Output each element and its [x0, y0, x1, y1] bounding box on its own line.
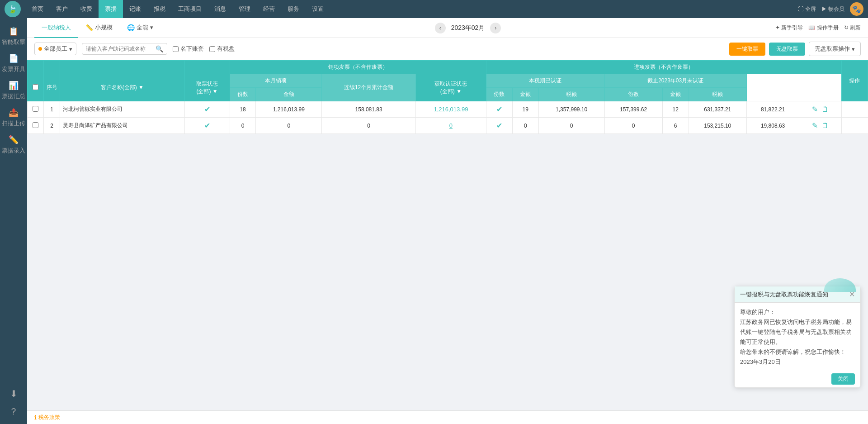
row2-month-amount: 0	[256, 118, 322, 134]
row2-uncert-tax: 19,808.63	[746, 118, 799, 134]
select-all-checkbox[interactable]	[33, 84, 38, 90]
row2-cumulative-link[interactable]: 0	[449, 122, 453, 129]
nav-invoice[interactable]: 票据	[99, 0, 123, 18]
tab-all-dropdown-icon[interactable]: ▾	[150, 24, 153, 31]
row2-cert-check-icon: ✔	[496, 122, 502, 129]
checkbox-accounts-input[interactable]	[173, 46, 179, 52]
th-cert-amount: 金额	[512, 88, 538, 101]
table-row: 1 河北柯普栎实业有限公司 ✔ 18 1,216,013.99 158,081.…	[28, 101, 868, 118]
th-cb	[28, 74, 44, 101]
row1-uncert-qty: 12	[662, 101, 689, 118]
row1-view-icon[interactable]: 🗒	[821, 105, 829, 113]
th-cert-qty: 份数	[486, 88, 512, 101]
table-header-row1: 销项发票（不含作废票） 进项发票（不含作废票） 操作	[28, 61, 868, 74]
row1-cumulative-link[interactable]: 1,216,013.99	[434, 106, 468, 113]
checkbox-taxdisk-input[interactable]	[209, 46, 215, 52]
th-name: 客户名称(全部) ▼	[60, 74, 185, 101]
row1-checkbox[interactable]	[33, 106, 38, 112]
date-prev-btn[interactable]: ‹	[435, 23, 446, 33]
row1-month-tax: 158,081.83	[322, 101, 416, 118]
nav-service[interactable]: 服务	[281, 0, 306, 18]
row2-pick-check-icon: ✔	[204, 122, 210, 129]
nav-fee[interactable]: 收费	[74, 0, 99, 18]
row2-ops: ✎ 🗒	[799, 118, 842, 134]
fullscreen-btn[interactable]: ⛶ 全屏	[798, 5, 816, 13]
invoice-summary-icon: 📊	[9, 81, 19, 91]
tab-small-scale[interactable]: 📏 小规模	[78, 18, 120, 38]
row1-uncert-tax: 81,822.21	[746, 101, 799, 118]
checkbox-taxdisk-label: 有税盘	[217, 45, 235, 53]
nav-customer[interactable]: 客户	[50, 0, 74, 18]
nav-right: ⛶ 全屏 ▶ 畅会员 🐾	[798, 2, 863, 16]
sidebar-item-label-invoice-entry: 票据录入	[2, 147, 25, 155]
no-disk-ops-label: 无盘取票操作	[815, 45, 850, 53]
avatar[interactable]: 🐾	[850, 2, 863, 16]
row2-uncert-amount: 153,215.10	[689, 118, 746, 134]
tab-all[interactable]: 🌐 全能 ▾	[120, 18, 160, 38]
sidebar-item-open-invoice[interactable]: 📄 发票开具	[0, 50, 27, 77]
nav-bookkeeping[interactable]: 记账	[123, 0, 147, 18]
th-uncert-tax: 税额	[689, 88, 746, 101]
row2-certified-tax: 0	[604, 118, 662, 134]
sidebar-item-invoice-entry[interactable]: ✏️ 票据录入	[0, 131, 27, 158]
nav-tax[interactable]: 报税	[147, 0, 172, 18]
th-checkbox-group	[28, 61, 44, 74]
nav-settings[interactable]: 设置	[306, 0, 330, 18]
one-click-pick-btn[interactable]: 一键取票	[729, 43, 765, 56]
bottom-bar: ℹ 税务政策	[27, 410, 868, 424]
row1-certified-tax: 157,399.62	[604, 101, 662, 118]
tab-general-taxpayer[interactable]: 一般纳税人	[34, 18, 78, 38]
refresh-btn[interactable]: ↻ 刷新	[844, 24, 861, 32]
sidebar-download-icon[interactable]: ⬇	[8, 386, 19, 401]
nav-business[interactable]: 工商项目	[172, 0, 208, 18]
row1-cumulative: 1,216,013.99	[415, 101, 486, 118]
sidebar-bottom: ⬇ ？	[7, 386, 20, 424]
no-disk-ops-btn[interactable]: 无盘取票操作 ▾	[809, 42, 861, 56]
sidebar-item-label-invoice-summary: 票据汇总	[2, 92, 25, 100]
employee-select[interactable]: 全部员工 ▾	[34, 43, 76, 55]
employee-label: 全部员工	[44, 45, 67, 53]
nav-operation[interactable]: 经营	[257, 0, 281, 18]
invoice-entry-icon: ✏️	[9, 135, 19, 145]
nav-message[interactable]: 消息	[208, 0, 232, 18]
sidebar-item-smart-pick[interactable]: 📋 智能取票	[0, 23, 27, 50]
nav-home[interactable]: 首页	[25, 0, 50, 18]
row2-seq: 2	[44, 118, 60, 134]
sidebar-item-invoice-summary[interactable]: 📊 票据汇总	[0, 77, 27, 104]
sidebar: 📋 智能取票 📄 发票开具 📊 票据汇总 📤 扫描上传 ✏️ 票据录入 ⬇ ？	[0, 18, 27, 424]
tab-all-label: 全能	[137, 24, 148, 32]
sidebar-item-scan-upload[interactable]: 📤 扫描上传	[0, 104, 27, 131]
notification-body: 尊敬的用户：江苏政务网已恢复访问电子税务局功能，易代账一键登陆电子税务局与无盘取…	[735, 303, 860, 371]
th-cert-tax: 税额	[538, 88, 604, 101]
scan-upload-icon: 📤	[9, 108, 19, 118]
date-next-btn[interactable]: ›	[490, 23, 501, 33]
th-purchase-invoice-group: 进项发票（不含作废票）	[486, 61, 841, 74]
search-input[interactable]	[86, 46, 154, 52]
checkbox-accounts[interactable]: 名下账套	[173, 45, 204, 53]
vip-btn[interactable]: ▶ 畅会员	[821, 5, 844, 13]
no-disk-pick-btn[interactable]: 无盘取票	[769, 43, 805, 56]
row2-checkbox[interactable]	[33, 122, 38, 128]
th-month-sales: 本月销项	[230, 74, 322, 88]
row2-view-icon[interactable]: 🗒	[821, 122, 829, 129]
row2-edit-icon[interactable]: ✎	[812, 122, 818, 129]
th-uncert-amount: 金额	[662, 88, 689, 101]
manual-btn[interactable]: 📖 操作手册	[808, 24, 838, 32]
tab-center: ‹ 2023年02月 ›	[160, 23, 775, 33]
notification-text: 尊敬的用户：江苏政务网已恢复访问电子税务局功能，易代账一键登陆电子税务局与无盘取…	[740, 309, 852, 365]
search-icon[interactable]: 🔍	[156, 45, 163, 52]
sidebar-help-icon[interactable]: ？	[7, 404, 20, 419]
row1-pick-status: ✔	[184, 101, 230, 118]
th-cumulative-12: 连续12个月累计金额	[322, 74, 416, 101]
row2-checkbox-cell	[28, 118, 44, 134]
nav-manage[interactable]: 管理	[232, 0, 257, 18]
row1-seq: 1	[44, 101, 60, 118]
policy-link[interactable]: 税务政策	[38, 414, 60, 421]
row1-uncert-amount: 631,337.21	[689, 101, 746, 118]
new-guide-btn[interactable]: ✦ 新手引导	[775, 24, 803, 32]
checkbox-taxdisk[interactable]: 有税盘	[209, 45, 235, 53]
notification-title: 一键报税与无盘取票功能恢复通知	[740, 291, 828, 299]
row1-edit-icon[interactable]: ✎	[812, 105, 818, 113]
open-invoice-icon: 📄	[9, 53, 19, 63]
notification-close-footer-btn[interactable]: 关闭	[831, 373, 855, 385]
